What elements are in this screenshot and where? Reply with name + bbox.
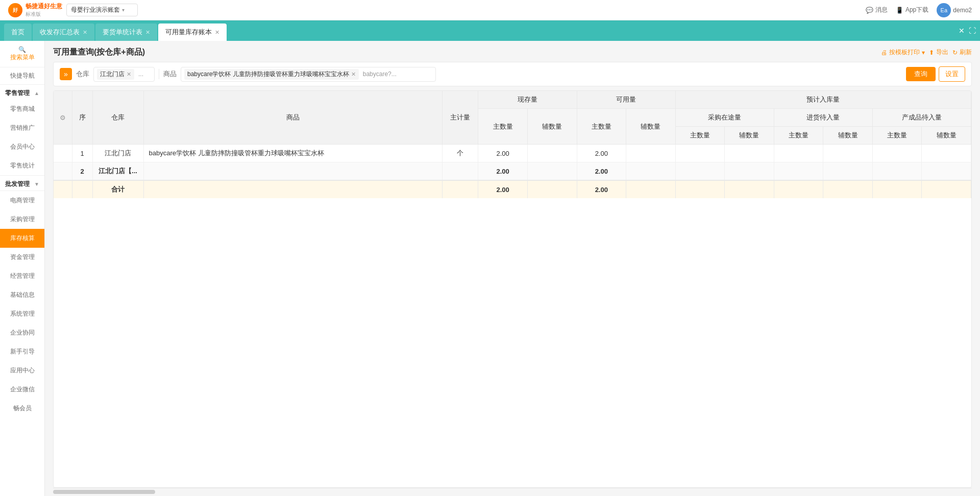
table-row: 1 江北门店 babycare学饮杯 儿童防摔防撞吸管杯重力球吸嘴杯宝宝水杯 个… (54, 145, 971, 162)
warehouse-label: 仓库 (76, 69, 89, 79)
message-icon: 💬 (866, 7, 873, 14)
search-icon: 🔍 (18, 46, 26, 53)
divider (159, 69, 159, 79)
sidebar-item-finance[interactable]: 资金管理 (0, 248, 44, 267)
sidebar-quick-nav[interactable]: 快捷导航 (0, 67, 44, 85)
tab-home[interactable]: 首页 (4, 23, 32, 41)
sidebar-item-retail-mgmt[interactable]: 零售管理 ▲ (0, 85, 44, 100)
sidebar-item-retail-stats[interactable]: 零售统计 (0, 156, 44, 175)
cell-warehouse: 江北门店 (92, 145, 143, 162)
sidebar-item-ecommerce[interactable]: 电商管理 (0, 191, 44, 210)
col-current-main-header: 主数量 (478, 109, 528, 145)
filter-expand-button[interactable]: » (60, 68, 72, 80)
col-current-stock-header: 现存量 (478, 91, 577, 109)
query-button[interactable]: 查询 (906, 67, 936, 81)
sidebar-item-enterprise-collab[interactable]: 企业协同 (0, 323, 44, 342)
sidebar-section-retail: 零售管理 ▲ 零售商城 营销推广 会员中心 零售统计 (0, 85, 44, 176)
printer-icon: 🖨 (881, 49, 887, 56)
col-incoming-aux-header: 辅数量 (823, 127, 873, 145)
filter-actions: 查询 设置 (906, 66, 965, 82)
sidebar-item-basic-info[interactable]: 基础信息 (0, 286, 44, 304)
page-title: 可用量查询(按仓库+商品) (53, 47, 145, 58)
col-settings[interactable]: ⚙ (54, 91, 72, 145)
close-icon[interactable]: ✕ (145, 29, 150, 36)
refresh-button[interactable]: ↻ 刷新 (952, 48, 972, 57)
chevron-icon: ▼ (34, 181, 39, 187)
phone-icon: 📱 (896, 7, 903, 14)
group-row: 2 江北门店【... 2.00 2.00 (54, 162, 971, 181)
col-index-header: 序 (72, 91, 92, 145)
content-area: 可用量查询(按仓库+商品) 🖨 按模板打印 ▾ ⬆ 导出 ↻ 刷新 » (45, 41, 980, 496)
col-available-main-header: 主数量 (577, 109, 626, 145)
warehouse-tag: 江北门店 ✕ (97, 69, 134, 80)
fullscreen-icon[interactable]: ⛶ (969, 27, 976, 35)
sidebar-item-wholesale-mgmt[interactable]: 批发管理 ▼ (0, 176, 44, 191)
product-label: 商品 (163, 69, 177, 79)
tab-receipt-summary[interactable]: 收发存汇总表 ✕ (33, 23, 94, 41)
sidebar-item-app-center[interactable]: 应用中心 (0, 361, 44, 380)
col-planned-inbound-header: 预计入库量 (675, 91, 971, 109)
remove-product-tag[interactable]: ✕ (351, 71, 356, 78)
print-button[interactable]: 🖨 按模板打印 ▾ (881, 48, 925, 57)
sidebar-item-vip[interactable]: 畅会员 (0, 399, 44, 418)
scroll-thumb[interactable] (53, 490, 155, 494)
footer-available-main: 2.00 (577, 180, 626, 198)
top-bar: 好 畅捷通好生意 标准版 母婴行业演示账套 ▾ 💬 消息 📱 App下载 Ea … (0, 0, 980, 20)
sidebar-item-system[interactable]: 系统管理 (0, 304, 44, 323)
refresh-icon: ↻ (952, 49, 958, 56)
footer-current-main: 2.00 (478, 180, 528, 198)
top-bar-right: 💬 消息 📱 App下载 Ea demo2 (866, 3, 972, 17)
content-header: 可用量查询(按仓库+商品) 🖨 按模板打印 ▾ ⬆ 导出 ↻ 刷新 (45, 41, 980, 62)
logo-area: 好 畅捷通好生意 标准版 (8, 3, 62, 17)
sidebar-item-retail-mall[interactable]: 零售商城 (0, 100, 44, 119)
col-purchase-intransit-header: 采购在途量 (675, 109, 774, 127)
sidebar-item-enterprise-wechat[interactable]: 企业微信 (0, 380, 44, 399)
close-icon[interactable]: ✕ (215, 29, 219, 36)
sidebar-item-marketing[interactable]: 营销推广 (0, 119, 44, 137)
product-more[interactable]: babycare?... (363, 70, 397, 78)
tab-bar: 首页 收发存汇总表 ✕ 要货单统计表 ✕ 可用量库存账本 ✕ ✕ ⛶ (0, 20, 980, 41)
logo-text: 畅捷通好生意 标准版 (26, 3, 62, 17)
scroll-bar-area[interactable] (53, 488, 972, 496)
sidebar-item-inventory-check[interactable]: 库存核算 (0, 229, 44, 248)
app-download-button[interactable]: 📱 App下载 (896, 6, 928, 14)
user-menu[interactable]: Ea demo2 (937, 3, 972, 17)
product-filter[interactable]: babycare学饮杯 儿童防摔防撞吸管杯重力球吸嘴杯宝宝水杯 ✕ babyca… (181, 67, 436, 82)
tab-bar-controls: ✕ ⛶ (959, 27, 976, 35)
sidebar-item-member-center[interactable]: 会员中心 (0, 137, 44, 156)
close-all-icon[interactable]: ✕ (959, 27, 965, 35)
col-available-header: 可用量 (577, 91, 675, 109)
sidebar-item-new-guide[interactable]: 新手引导 (0, 342, 44, 361)
cell-incoming-main (774, 145, 823, 162)
col-production-aux-header: 辅数量 (922, 127, 971, 145)
filter-more[interactable]: ... (138, 70, 143, 78)
col-incoming-main-header: 主数量 (774, 127, 823, 145)
industry-selector[interactable]: 母婴行业演示账套 ▾ (66, 4, 138, 16)
cell-production-aux (922, 145, 971, 162)
col-warehouse-header: 仓库 (92, 91, 143, 145)
warehouse-filter[interactable]: 江北门店 ✕ ... (93, 67, 155, 82)
product-tag: babycare学饮杯 儿童防摔防撞吸管杯重力球吸嘴杯宝宝水杯 ✕ (184, 69, 359, 80)
sidebar: 🔍 搜索菜单 快捷导航 零售管理 ▲ 零售商城 营销推广 会员中心 零售统计 (0, 41, 45, 496)
col-production-header: 产成品待入量 (872, 109, 971, 127)
col-production-main-header: 主数量 (872, 127, 922, 145)
export-button[interactable]: ⬆ 导出 (929, 48, 948, 57)
cell-index: 1 (72, 145, 92, 162)
cell-current-main: 2.00 (478, 145, 528, 162)
sidebar-section-wholesale: 批发管理 ▼ (0, 176, 44, 191)
sidebar-search[interactable]: 🔍 搜索菜单 (0, 41, 44, 67)
settings-button[interactable]: 设置 (939, 66, 965, 82)
remove-warehouse-tag[interactable]: ✕ (127, 71, 131, 78)
messages-button[interactable]: 💬 消息 (866, 6, 888, 14)
cell-group-available-main: 2.00 (577, 162, 626, 181)
tab-available-stock[interactable]: 可用量库存账本 ✕ (158, 23, 227, 41)
sidebar-item-purchase[interactable]: 采购管理 (0, 210, 44, 229)
settings-icon[interactable]: ⚙ (60, 114, 66, 122)
col-product-header: 商品 (143, 91, 443, 145)
chevron-down-icon: ▾ (922, 49, 925, 56)
tab-order-summary[interactable]: 要货单统计表 ✕ (95, 23, 157, 41)
table-footer-row: 合计 2.00 2.00 (54, 180, 971, 198)
cell-product: babycare学饮杯 儿童防摔防撞吸管杯重力球吸嘴杯宝宝水杯 (143, 145, 443, 162)
close-icon[interactable]: ✕ (83, 29, 87, 36)
sidebar-item-operations[interactable]: 经营管理 (0, 267, 44, 286)
